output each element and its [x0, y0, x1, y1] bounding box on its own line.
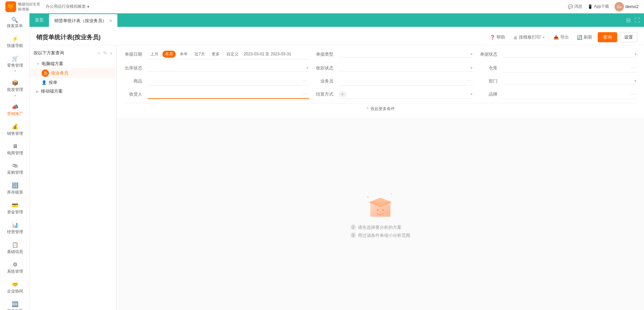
sidebar-item-marketing[interactable]: 📣 营销推广 — [0, 100, 29, 120]
date-more[interactable]: 更多 — [209, 51, 222, 58]
date-this-month[interactable]: 本月 — [162, 51, 176, 58]
mobile-scheme-label: 移动端方案 — [41, 88, 63, 94]
export-button[interactable]: 📤 导出 — [551, 33, 572, 42]
top-bar-right: 💬 消息 📱 App下载 Ea demo2 — [568, 2, 639, 11]
empty-hints: 1 请先选择要分析的方案 2 用过滤条件来缩小分析范围 — [351, 224, 410, 241]
tree-item-mobile[interactable]: ▶ 移动端方案 — [30, 87, 116, 96]
ship-status-filter[interactable]: ▼ — [148, 65, 309, 71]
sidebar-item-finance[interactable]: 💳 资金管理 — [0, 199, 29, 218]
tree-arrow-desktop: ▼ — [36, 62, 40, 66]
date-this-year[interactable]: 本年 — [177, 51, 191, 58]
search-menu-button[interactable]: 🔍 搜索菜单 — [0, 13, 29, 32]
brand-dots[interactable]: ··· — [629, 91, 637, 97]
filter-row-1: 单据日期 上月 本月 本年 近7天 更多 自定义 — [123, 49, 637, 59]
warehouse-dots[interactable]: ··· — [629, 65, 637, 71]
department-arrow: ▼ — [634, 79, 637, 83]
user-avatar: Ea — [614, 2, 624, 11]
help-button[interactable]: ❓ 帮助 — [487, 33, 508, 42]
hint-text-1: 请先选择要分析的方案 — [358, 224, 401, 230]
sidebar-item-purchase[interactable]: 🛍 采购管理 — [0, 159, 29, 179]
ship-status-arrow: ▼ — [306, 66, 309, 70]
date-custom[interactable]: 自定义 — [224, 51, 241, 58]
settlement-label: 结算方式 — [315, 91, 333, 97]
receiver-filter[interactable]: ··· — [148, 90, 309, 99]
page-header: 销货单统计表(按业务员) ❓ 帮助 🖨 按模板打印 ▼ 📤 — [30, 27, 644, 45]
hint-num-1: 1 — [351, 224, 356, 230]
add-scheme-icon[interactable]: + — [98, 50, 100, 56]
tree-item-desktop[interactable]: ▼ 电脑端方案 — [30, 59, 116, 68]
edit-scheme-icon[interactable]: ✎ — [103, 50, 107, 56]
svg-point-6 — [382, 209, 384, 211]
sidebar-item-retail[interactable]: 🛒 零售管理 ▼ — [0, 52, 29, 76]
department-filter[interactable]: ▼ — [503, 78, 637, 85]
date-range: 2023-03-01 至 2023-03-31 — [244, 51, 291, 57]
left-panel-icons: + ✎ « — [98, 50, 112, 56]
template-print-button[interactable]: 🖨 按模板打印 ▼ — [511, 33, 548, 42]
refresh-button[interactable]: 🔄 刷新 — [574, 33, 595, 42]
sidebar-item-newuser[interactable]: 🆕 新手引导 — [0, 298, 29, 310]
tree-item-by-order[interactable]: 👤 按单 — [30, 78, 116, 87]
sidebar-item-inventory[interactable]: 🔢 库存核算 — [0, 179, 29, 199]
warehouse-filter[interactable]: ··· — [503, 63, 637, 72]
system-icon: ⚙ — [13, 261, 17, 268]
doc-status-filter[interactable]: ▼ — [503, 51, 637, 58]
sidebar-item-wholesale[interactable]: 📦 批发管理 ▲ — [0, 76, 29, 100]
sidebar-item-system[interactable]: ⚙ 系统管理 — [0, 258, 29, 278]
tab-sales-stats[interactable]: 销货单统计表（按业务员） × — [49, 14, 117, 28]
settings-button[interactable]: 设置 — [620, 32, 637, 42]
svg-text:✦: ✦ — [390, 193, 393, 196]
order-icon: 👤 — [42, 80, 47, 85]
sidebar-item-enterprise[interactable]: 🤝 企业协同 — [0, 278, 29, 298]
ecommerce-icon: 🖥 — [12, 143, 18, 149]
logo-area[interactable]: 🧡 畅捷信好生意 标准版 — [5, 1, 40, 12]
staff-filter[interactable]: ··· — [339, 76, 473, 86]
date-last7[interactable]: 近7天 — [192, 51, 208, 58]
user-area[interactable]: Ea demo2 — [614, 2, 639, 11]
download-icon: 📱 — [588, 4, 593, 9]
app-download-label: App下载 — [594, 4, 609, 9]
print-icon: 🖨 — [513, 35, 518, 40]
collapse-panel-icon[interactable]: « — [110, 50, 112, 56]
page-actions: ❓ 帮助 🖨 按模板打印 ▼ 📤 导出 🔄 — [487, 32, 637, 42]
brand-filter[interactable]: ··· — [503, 90, 637, 99]
retail-icon: 🛒 — [12, 55, 18, 62]
date-filter: 上月 本月 本年 近7天 更多 自定义 2023-03-01 至 2023-03… — [148, 49, 309, 59]
receiver-dots[interactable]: ··· — [301, 91, 309, 97]
product-dots[interactable]: ··· — [301, 78, 309, 84]
settlement-clear-icon[interactable]: × — [341, 92, 344, 97]
payment-status-filter[interactable]: ▼ — [339, 65, 473, 71]
empty-hint-1: 1 请先选择要分析的方案 — [351, 224, 410, 230]
sales-icon: 💰 — [12, 123, 18, 130]
maximize-button[interactable]: ⊟ ⛶ — [622, 17, 644, 23]
filter-section: 单据日期 上月 本月 本年 近7天 更多 自定义 — [117, 45, 644, 118]
collapse-icon: ⌃ — [366, 107, 369, 111]
tree-item-by-staff[interactable]: 员 按业务员 — [30, 68, 116, 78]
staff-dots[interactable]: ··· — [465, 78, 473, 84]
empty-hint-2: 2 用过滤条件来缩小分析范围 — [351, 232, 410, 239]
query-button[interactable]: 查询 — [598, 32, 617, 42]
app-dropdown[interactable]: 办公用品行业模拟账套 ▾ — [43, 4, 92, 9]
inventory-icon: 🔢 — [12, 182, 18, 189]
tab-home[interactable]: 首页 — [30, 13, 49, 27]
collapse-filters-button[interactable]: ⌃ 收起更多条件 — [123, 103, 637, 114]
message-button[interactable]: 💬 消息 — [568, 4, 582, 9]
payment-status-label: 收款状态 — [315, 65, 333, 71]
sidebar-item-operations[interactable]: 📊 经营管理 — [0, 218, 29, 238]
purchase-icon: 🛍 — [12, 163, 18, 169]
settlement-filter[interactable]: × ▼ — [339, 90, 473, 99]
export-icon: 📤 — [553, 35, 559, 40]
shortcuts-icon: ⚡ — [12, 36, 18, 42]
tab-close-button[interactable]: × — [109, 18, 112, 23]
sidebar-item-basic-info[interactable]: 📋 基础信息 — [0, 238, 29, 258]
sidebar-item-shortcuts[interactable]: ⚡ 快捷导航 — [0, 32, 29, 52]
app-download-button[interactable]: 📱 App下载 — [588, 4, 609, 9]
sidebar-item-ecommerce[interactable]: 🖥 电商管理 — [0, 140, 29, 159]
settlement-clear-tag[interactable]: × — [339, 92, 346, 97]
date-label: 单据日期 — [123, 51, 142, 57]
staff-scheme-badge: 员 — [42, 69, 49, 77]
minimize-icon: ⊟ — [626, 17, 631, 23]
date-last-month[interactable]: 上月 — [148, 51, 161, 58]
doc-type-filter[interactable]: ▼ — [339, 51, 473, 58]
sidebar-item-sales[interactable]: 💰 销售管理 — [0, 120, 29, 140]
product-filter[interactable]: ··· — [148, 76, 309, 86]
